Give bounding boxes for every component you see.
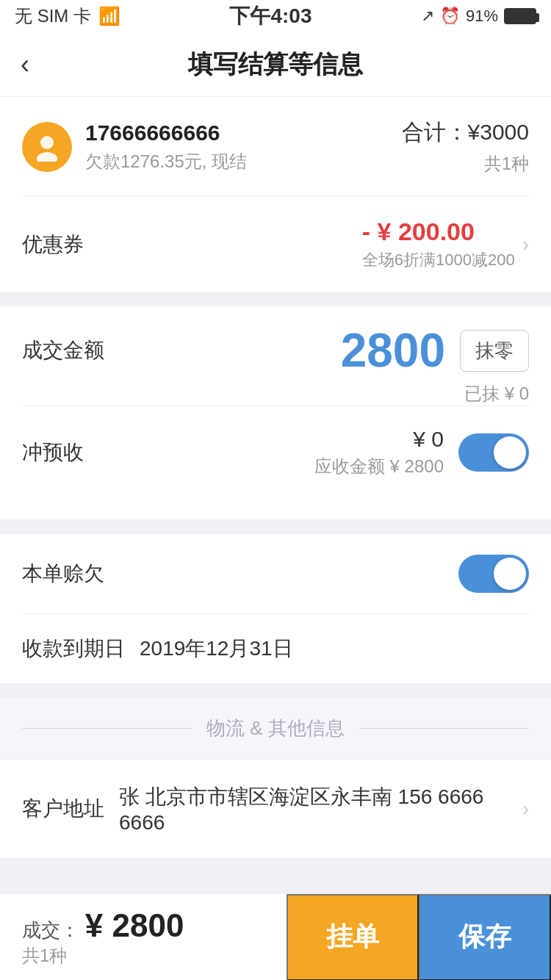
status-bar: 无 SIM 卡 📶 下午4:03 ↗ ⏰ 91%	[0, 0, 551, 32]
section-gap-2	[0, 519, 551, 534]
address-row[interactable]: 客户地址 张 北京市市辖区海淀区永丰南 156 6666 6666 ›	[0, 759, 551, 858]
divider-line-right	[359, 728, 529, 729]
status-right: ↗ ⏰ 91%	[421, 7, 536, 26]
battery-label: 91%	[466, 7, 498, 26]
address-chevron-icon: ›	[522, 797, 529, 821]
address-value: 张 北京市市辖区海淀区永丰南 156 6666 6666	[119, 783, 522, 835]
deal-amount: 2800	[341, 327, 445, 374]
prepay-toggle[interactable]	[458, 433, 529, 472]
duedate-row: 收款到期日 2019年12月31日	[22, 613, 529, 683]
deal-row: 成交金额 2800 抹零	[22, 327, 529, 374]
section-gap-1	[0, 292, 551, 306]
pending-button[interactable]: 挂单	[287, 894, 419, 981]
prepay-row: 冲预收 ¥ 0 应收金额 ¥ 2800	[22, 406, 529, 499]
bottom-deal-row: 成交： ¥ 2800	[22, 907, 264, 944]
deal-section: 成交金额 2800 抹零 已抹 ¥ 0 冲预收 ¥ 0 应收金额 ¥ 2800	[0, 306, 551, 519]
customer-row: 17666666666 欠款1276.35元, 现结 合计：¥3000 共1种	[22, 97, 529, 196]
avatar	[22, 122, 72, 172]
deal-label: 成交金额	[22, 336, 104, 364]
section-gap-3	[0, 683, 551, 698]
logistics-label: 物流 & 其他信息	[192, 716, 359, 741]
status-left: 无 SIM 卡 📶	[15, 4, 120, 28]
bottom-count: 共1种	[22, 944, 264, 968]
defer-row: 本单赊欠	[22, 534, 529, 613]
customer-debt: 欠款1276.35元, 现结	[85, 150, 247, 173]
duedate-label: 收款到期日	[22, 635, 125, 663]
address-label: 客户地址	[22, 795, 104, 823]
customer-phone: 17666666666	[85, 120, 247, 145]
coupon-desc: 全场6折满1000减200	[362, 249, 515, 271]
save-button[interactable]: 保存	[419, 894, 551, 981]
total-count: 共1种	[402, 152, 529, 176]
logistics-divider: 物流 & 其他信息	[0, 698, 551, 759]
deal-amount-group: 2800 抹零	[341, 327, 529, 374]
bottom-deal-label: 成交：	[22, 919, 79, 941]
nav-bar: ‹ 填写结算等信息	[0, 32, 551, 97]
prepay-receivable: 应收金额 ¥ 2800	[314, 455, 444, 478]
customer-left: 17666666666 欠款1276.35元, 现结	[22, 120, 247, 173]
deal-sub: 已抹 ¥ 0	[464, 383, 529, 403]
coupon-right: - ¥ 200.00 全场6折满1000减200 ›	[362, 217, 529, 271]
bottom-info: 成交： ¥ 2800 共1种	[0, 907, 287, 968]
prepay-label: 冲预收	[22, 439, 84, 466]
bottom-deal-amount: ¥ 2800	[85, 907, 184, 943]
defer-section: 本单赊欠 收款到期日 2019年12月31日	[0, 534, 551, 683]
bottom-bar: 成交： ¥ 2800 共1种 挂单 保存	[0, 893, 551, 980]
back-button[interactable]: ‹	[21, 49, 29, 80]
duedate-value: 2019年12月31日	[140, 635, 293, 663]
coupon-chevron-icon: ›	[522, 233, 529, 256]
time-label: 下午4:03	[229, 2, 311, 30]
location-icon: ↗	[421, 7, 434, 26]
defer-toggle[interactable]	[458, 555, 529, 593]
deal-sub-row: 已抹 ¥ 0	[22, 381, 529, 406]
svg-point-1	[37, 152, 57, 162]
carrier-label: 无 SIM 卡	[15, 4, 91, 28]
customer-section: 17666666666 欠款1276.35元, 现结 合计：¥3000 共1种 …	[0, 97, 551, 292]
defer-label: 本单赊欠	[22, 560, 104, 588]
total-amount: 合计：¥3000	[402, 118, 529, 148]
prepay-amount: ¥ 0	[314, 427, 444, 452]
page-title: 填写结算等信息	[188, 48, 363, 82]
customer-right: 合计：¥3000 共1种	[402, 118, 529, 176]
wifi-icon: 📶	[98, 6, 120, 26]
coupon-discount: - ¥ 200.00	[362, 217, 515, 246]
prepay-values: ¥ 0 应收金额 ¥ 2800	[314, 427, 444, 478]
customer-info: 17666666666 欠款1276.35元, 现结	[85, 120, 247, 173]
coupon-row[interactable]: 优惠券 - ¥ 200.00 全场6折满1000减200 ›	[22, 196, 529, 292]
battery-icon	[504, 8, 536, 24]
divider-line-left	[22, 728, 192, 729]
prepay-right: ¥ 0 应收金额 ¥ 2800	[314, 427, 529, 478]
coupon-label: 优惠券	[22, 231, 84, 259]
alarm-icon: ⏰	[440, 7, 460, 26]
round-zero-button[interactable]: 抹零	[460, 330, 529, 372]
svg-point-0	[40, 136, 54, 149]
